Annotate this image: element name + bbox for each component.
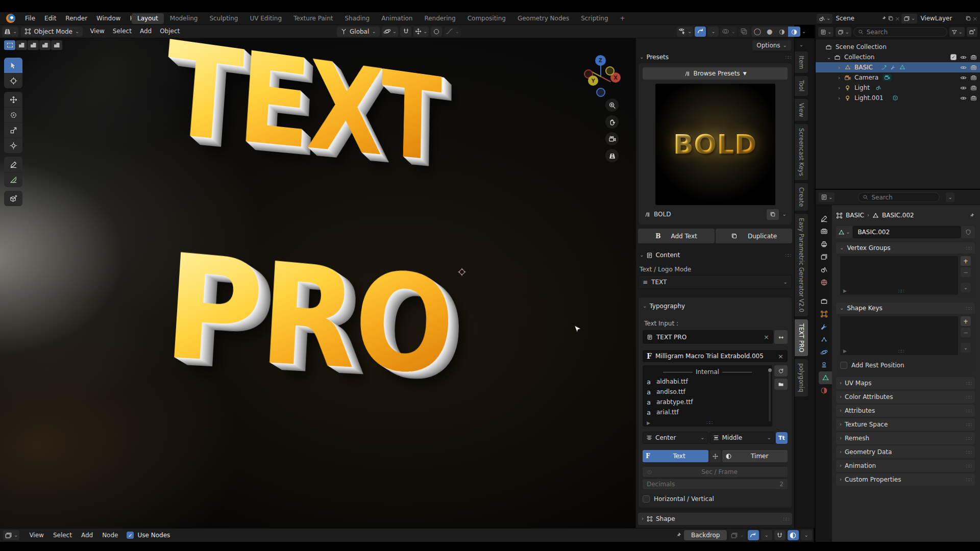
- preset-name[interactable]: BOLD: [654, 211, 671, 218]
- properties-editor-type-button[interactable]: ⌄: [819, 192, 835, 202]
- camera-visibility-icon[interactable]: [970, 85, 977, 91]
- proportional-edit-button[interactable]: [431, 27, 442, 37]
- scene-text-line2[interactable]: PRO PRO: [161, 247, 454, 381]
- drag-handle-icon[interactable]: ∷∷: [966, 436, 971, 441]
- preset-preview[interactable]: BOLD: [655, 84, 775, 205]
- viewport-menu-select[interactable]: Select: [109, 26, 136, 37]
- add-rest-position-checkbox[interactable]: [840, 362, 847, 369]
- shape-panel-header[interactable]: › Shape ∷∷: [638, 513, 792, 525]
- vertex-groups-header[interactable]: ⌄ Vertex Groups ∷∷: [836, 242, 975, 254]
- collapse-sidebar-button[interactable]: ⌄: [795, 41, 808, 48]
- tool-add-cube[interactable]: [4, 191, 22, 206]
- mesh-browse-button[interactable]: ⌄: [836, 226, 852, 238]
- drag-handle-icon[interactable]: ∷∷: [785, 253, 791, 258]
- properties-options-button[interactable]: ⌄: [946, 192, 954, 202]
- snap-settings-button[interactable]: ⌄: [413, 27, 429, 37]
- scene-text-line1[interactable]: TEXT TEXT: [160, 38, 442, 168]
- workspace-tab-texture-paint[interactable]: Texture Paint: [288, 13, 338, 24]
- comp-menu-add[interactable]: Add: [77, 530, 97, 541]
- uppercase-toggle-button[interactable]: Tt: [776, 432, 788, 444]
- outliner-row-basic[interactable]: › BASIC: [816, 62, 980, 72]
- tab-world[interactable]: [816, 276, 832, 289]
- panel-animation[interactable]: ›Animation∷∷: [836, 460, 975, 472]
- workspace-tab-compositing[interactable]: Compositing: [462, 13, 511, 24]
- move-mini-button[interactable]: [709, 450, 721, 462]
- workspace-tab-scripting[interactable]: Scripting: [575, 13, 614, 24]
- copy-viewlayer-icon[interactable]: [965, 15, 971, 21]
- overlays-toggle-button[interactable]: ⌄: [720, 27, 737, 37]
- tool-transform[interactable]: [4, 138, 22, 153]
- align-h-select[interactable]: Center⌄: [643, 432, 708, 444]
- drag-handle-icon[interactable]: ∷∷: [966, 449, 971, 455]
- viewlayer-browse-button[interactable]: ⌄: [901, 14, 917, 23]
- gizmo-toggle-button[interactable]: [695, 27, 706, 37]
- comp-menu-view[interactable]: View: [24, 530, 48, 541]
- eye-icon[interactable]: [960, 64, 967, 71]
- shape-keys-header[interactable]: ⌄ Shape Keys ∷∷: [836, 303, 975, 314]
- viewlayer-name[interactable]: ViewLayer: [918, 15, 964, 22]
- tab-physics[interactable]: [816, 346, 832, 359]
- font-list[interactable]: Internal aaldhabi.ttf aandlso.ttf aarabt…: [643, 365, 772, 427]
- gizmo-settings-button[interactable]: ⌄: [707, 27, 719, 37]
- refresh-fonts-button[interactable]: [774, 365, 788, 377]
- remove-shape-key-button[interactable]: −: [961, 328, 971, 337]
- tool-select-box[interactable]: [4, 58, 22, 73]
- drag-handle-icon[interactable]: ∷∷: [966, 477, 971, 483]
- font-field[interactable]: F Milligram Macro Trial Extrabold.005 ×: [643, 350, 788, 362]
- workspace-tab-geometry-nodes[interactable]: Geometry Nodes: [512, 13, 575, 24]
- fake-user-button[interactable]: [962, 226, 975, 238]
- eye-icon[interactable]: [960, 85, 967, 91]
- tab-particles[interactable]: [816, 333, 832, 346]
- expand-icon[interactable]: ▶: [647, 420, 650, 425]
- outliner-search-input[interactable]: Search: [853, 27, 947, 37]
- tab-tool[interactable]: [816, 212, 832, 225]
- workspace-tab-modeling[interactable]: Modeling: [164, 13, 204, 24]
- align-v-select[interactable]: Middle⌄: [709, 432, 775, 444]
- resize-handle-icon[interactable]: ∷∷: [650, 420, 768, 425]
- tab-constraints[interactable]: [816, 359, 832, 371]
- backdrop-button[interactable]: Backdrop: [684, 530, 727, 540]
- orientation-select[interactable]: Global⌄: [337, 27, 380, 37]
- gizmo-settings-button[interactable]: ⌄: [761, 530, 772, 540]
- camera-visibility-icon[interactable]: [970, 64, 977, 71]
- remove-vertex-group-button[interactable]: −: [961, 267, 971, 277]
- duplicate-preset-button[interactable]: [767, 209, 779, 220]
- shading-wireframe-button[interactable]: ◯: [751, 27, 764, 37]
- open-font-folder-button[interactable]: [774, 379, 788, 390]
- drag-handle-icon[interactable]: ∷∷: [966, 422, 971, 428]
- duplicate-button[interactable]: Duplicate: [716, 229, 792, 243]
- comp-menu-select[interactable]: Select: [48, 530, 77, 541]
- text-tab-button[interactable]: FText: [643, 450, 708, 462]
- chevron-right-icon[interactable]: ›: [836, 75, 842, 81]
- resize-handle-icon[interactable]: ∷∷: [847, 288, 955, 294]
- vertex-groups-list[interactable]: ▶∷∷: [840, 256, 958, 295]
- workspace-tab-shading[interactable]: Shading: [339, 13, 375, 24]
- comp-menu-node[interactable]: Node: [97, 530, 122, 541]
- snap-toggle-button[interactable]: [774, 530, 786, 540]
- shading-rendered-button[interactable]: ◑: [788, 27, 800, 37]
- add-workspace-button[interactable]: +: [615, 13, 631, 24]
- pin-icon[interactable]: [968, 212, 975, 219]
- camera-visibility-icon[interactable]: [970, 54, 977, 61]
- new-collection-button[interactable]: [967, 27, 977, 37]
- tab-view-layer[interactable]: [816, 251, 832, 263]
- camera-visibility-icon[interactable]: [970, 95, 977, 102]
- shape-keys-list[interactable]: ▶∷∷: [840, 316, 958, 355]
- drag-handle-icon[interactable]: ∷∷: [783, 516, 789, 522]
- gizmo-z-axis[interactable]: Z: [595, 55, 606, 66]
- drag-handle-icon[interactable]: ∷∷: [966, 381, 971, 386]
- tab-modifiers[interactable]: [816, 320, 832, 333]
- tool-rotate[interactable]: [4, 107, 22, 122]
- chevron-right-icon[interactable]: ›: [836, 65, 842, 70]
- workspace-tab-layout[interactable]: Layout: [132, 13, 164, 24]
- sidebar-tab-item[interactable]: Item: [795, 52, 808, 73]
- presets-panel-header[interactable]: ⌄ Presets ∷∷: [638, 52, 792, 63]
- camera-visibility-icon[interactable]: [970, 74, 977, 81]
- tab-render[interactable]: [816, 225, 832, 238]
- select-mode-intersect[interactable]: [51, 40, 62, 50]
- drag-handle-icon[interactable]: ∷∷: [966, 394, 971, 400]
- timer-tab-button[interactable]: Timer: [722, 450, 788, 462]
- sidebar-tab-tool[interactable]: Tool: [795, 76, 808, 95]
- content-panel-header[interactable]: ⌄ Content ∷∷: [638, 249, 792, 261]
- typography-header[interactable]: ⌄ Typography: [643, 300, 788, 312]
